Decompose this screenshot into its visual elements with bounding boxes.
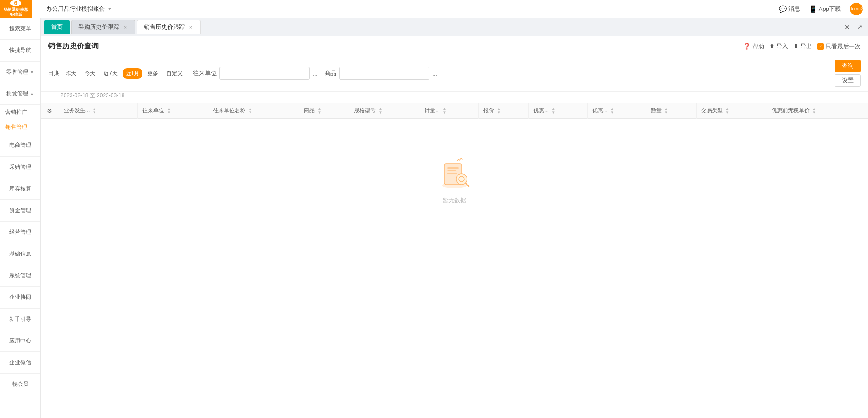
tab-bar: 首页 采购历史价跟踪 × 销售历史价跟踪 × ✕ ⤢ [41, 18, 868, 36]
date-btn-more[interactable]: 更多 [144, 68, 161, 79]
export-button[interactable]: ⬇ 导出 [793, 43, 812, 51]
sidebar-item-wholesale[interactable]: 批发管理 ▲ [0, 83, 40, 105]
sidebar-operations-label: 经营管理 [9, 229, 31, 236]
sidebar-enterprise-label: 企业协同 [9, 294, 31, 301]
date-btn-custom[interactable]: 自定义 [163, 68, 186, 79]
tab-purchase-close[interactable]: × [122, 24, 128, 30]
only-last-checkbox[interactable]: ✓ [817, 43, 824, 50]
user-nav[interactable]: demo2 [850, 3, 863, 15]
download-nav[interactable]: 📱 App下载 [809, 5, 841, 13]
sidebar-item-system[interactable]: 系统管理 [0, 265, 40, 287]
col-pretax-price[interactable]: 优惠前无税单价 ▲▼ [767, 103, 868, 119]
date-btn-today[interactable]: 今天 [81, 68, 99, 79]
sidebar-item-inventory[interactable]: 库存核算 [0, 178, 40, 200]
sidebar-item-member[interactable]: 畅会员 [0, 374, 40, 395]
empty-icon [436, 155, 472, 191]
date-filter-label: 日期 [48, 69, 60, 77]
page-header: 销售历史价查询 ❓ 帮助 ⬆ 导入 ⬇ 导出 ✓ [41, 36, 868, 55]
tab-expand-button[interactable]: ⤢ [855, 23, 864, 32]
sidebar-item-retail[interactable]: 零售管理 ▼ [0, 62, 40, 83]
sidebar-guide-label: 新手引导 [9, 316, 31, 323]
date-btn-yesterday[interactable]: 昨天 [62, 68, 80, 79]
date-range-row: 2023-02-18 至 2023-03-18 [41, 92, 868, 103]
goods-input[interactable] [339, 67, 429, 80]
sidebar-item-quick-nav[interactable]: 快捷导航 [0, 40, 40, 62]
goods-dots[interactable]: ... [432, 70, 437, 77]
tab-close-all-button[interactable]: ✕ [843, 23, 852, 32]
data-table: ⚙ 业务发生... ▲▼ 往来单位 ▲▼ 往来单位名称 ▲ [41, 103, 868, 119]
only-last-checkbox-label[interactable]: ✓ 只看最后一次 [817, 43, 861, 51]
table-header-row: ⚙ 业务发生... ▲▼ 往来单位 ▲▼ 往来单位名称 ▲ [41, 103, 868, 119]
empty-text: 暂无数据 [443, 196, 466, 204]
sort-unit-icon: ▲▼ [443, 107, 447, 114]
col-qty[interactable]: 数量 ▲▼ [646, 103, 696, 119]
partner-filter-group: 往来单位 ... [193, 67, 317, 80]
tab-sales-label: 销售历史价跟踪 [144, 23, 185, 31]
sidebar-item-marketing[interactable]: 营销推广 [0, 105, 40, 120]
col-trade-type[interactable]: 交易类型 ▲▼ [696, 103, 767, 119]
svg-rect-4 [447, 173, 457, 174]
sort-spec-icon: ▲▼ [379, 107, 382, 114]
col-partner-code[interactable]: 往来单位 ▲▼ [138, 103, 208, 119]
partner-input[interactable] [219, 67, 310, 80]
sidebar-item-operations[interactable]: 经营管理 [0, 222, 40, 243]
help-button[interactable]: ❓ 帮助 [743, 43, 764, 51]
col-biz-date[interactable]: 业务发生... ▲▼ [59, 103, 138, 119]
date-btn-7days[interactable]: 近7天 [100, 68, 121, 79]
message-nav[interactable]: 💬 消息 [779, 5, 800, 13]
app-subtitle: 标准版 [10, 12, 22, 18]
sidebar-system-label: 系统管理 [9, 272, 31, 280]
tab-sales[interactable]: 销售历史价跟踪 × [137, 20, 201, 34]
avatar: demo2 [850, 3, 863, 15]
partner-dots[interactable]: ... [312, 70, 317, 77]
sidebar-ecommerce-label: 电商管理 [9, 142, 31, 149]
workspace-dropdown-arrow[interactable]: ▼ [108, 6, 112, 11]
date-buttons: 昨天 今天 近7天 近1月 更多 自定义 [62, 68, 186, 79]
col-price[interactable]: 报价 ▲▼ [478, 103, 528, 119]
col-goods[interactable]: 商品 ▲▼ [299, 103, 349, 119]
sidebar-item-purchase[interactable]: 采购管理 [0, 157, 40, 178]
sidebar-item-ecommerce[interactable]: 电商管理 [0, 135, 40, 157]
tab-home[interactable]: 首页 [44, 20, 70, 34]
tab-purchase[interactable]: 采购历史价跟踪 × [71, 20, 135, 34]
export-icon: ⬇ [793, 43, 798, 50]
sidebar-item-guide[interactable]: 新手引导 [0, 309, 40, 330]
sort-partner-name-icon: ▲▼ [249, 107, 252, 114]
settings-button[interactable]: 设置 [835, 74, 861, 87]
sidebar-search-label: 搜索菜单 [9, 25, 31, 33]
sort-partner-code-icon: ▲▼ [167, 107, 171, 114]
app-logo[interactable]: 6 畅捷通好生意 标准版 [0, 0, 32, 18]
col-discount2[interactable]: 优惠... ▲▼ [587, 103, 646, 119]
tab-purchase-label: 采购历史价跟踪 [78, 23, 119, 31]
tab-bar-actions: ✕ ⤢ [843, 23, 864, 32]
import-button[interactable]: ⬆ 导入 [769, 43, 788, 51]
sidebar-item-enterprise[interactable]: 企业协同 [0, 287, 40, 309]
app-layout: 搜索菜单 快捷导航 零售管理 ▼ 批发管理 ▲ 营销推广 销售管理 电商管理 采… [0, 18, 868, 418]
col-partner-name[interactable]: 往来单位名称 ▲▼ [208, 103, 299, 119]
page-content: 销售历史价查询 ❓ 帮助 ⬆ 导入 ⬇ 导出 ✓ [41, 36, 868, 418]
sidebar-item-sales-mgmt[interactable]: 销售管理 [0, 120, 40, 135]
sidebar-inventory-label: 库存核算 [9, 185, 31, 193]
sidebar-item-wechat[interactable]: 企业微信 [0, 352, 40, 374]
app-name: 畅捷通好生意 [4, 7, 28, 12]
sidebar-item-finance[interactable]: 资金管理 [0, 200, 40, 222]
wholesale-expand-icon: ▲ [30, 91, 34, 96]
col-discount1[interactable]: 优惠... ▲▼ [528, 103, 587, 119]
sidebar-item-app-center[interactable]: 应用中心 [0, 330, 40, 352]
date-btn-1month[interactable]: 近1月 [123, 68, 143, 79]
tab-sales-close[interactable]: × [188, 24, 194, 30]
col-spec[interactable]: 规格型号 ▲▼ [349, 103, 420, 119]
sidebar-item-basic-info[interactable]: 基础信息 [0, 243, 40, 265]
main-content: 首页 采购历史价跟踪 × 销售历史价跟踪 × ✕ ⤢ 销售历史价查询 [41, 18, 868, 418]
col-unit[interactable]: 计量... ▲▼ [420, 103, 479, 119]
sidebar-quicknav-label: 快捷导航 [9, 47, 31, 54]
sidebar-item-search[interactable]: 搜索菜单 [0, 18, 40, 40]
query-button[interactable]: 查询 [835, 60, 861, 72]
sidebar-wholesale-label: 批发管理 [6, 90, 28, 98]
sidebar-wechat-label: 企业微信 [9, 359, 31, 366]
col-settings[interactable]: ⚙ [41, 103, 59, 119]
sort-goods-icon: ▲▼ [318, 107, 321, 114]
svg-rect-3 [447, 170, 456, 171]
retail-expand-icon: ▼ [30, 70, 34, 75]
message-icon: 💬 [779, 5, 787, 13]
